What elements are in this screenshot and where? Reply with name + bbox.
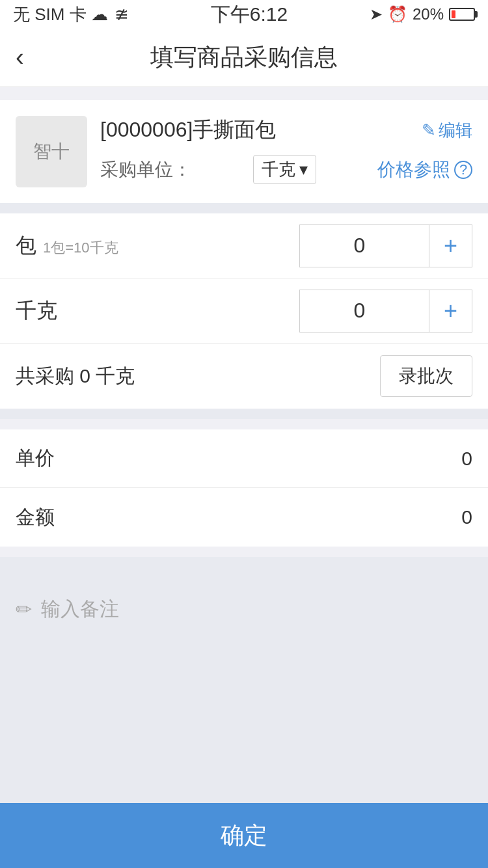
- quantity-section: 包 1包=10千克 + 千克 +: [0, 213, 488, 344]
- price-ref-label: 价格参照: [377, 157, 450, 182]
- kg-label: 千克: [16, 297, 57, 325]
- section-divider-1: [0, 203, 488, 213]
- status-time: 下午6:12: [211, 1, 288, 28]
- unit-price-label: 单价: [16, 445, 55, 472]
- wifi-icon: ≇: [115, 5, 129, 25]
- location-icon: ➤: [370, 5, 383, 23]
- unit-price-value: 0: [461, 448, 472, 470]
- bag-sublabel: 1包=10千克: [43, 238, 118, 258]
- bag-input-group: +: [299, 224, 472, 267]
- total-row: 共采购 0 千克 录批次: [0, 344, 488, 409]
- amount-label: 金额: [16, 504, 55, 531]
- bag-quantity-input[interactable]: [299, 224, 429, 267]
- remark-section[interactable]: ✏ 输入备注: [0, 557, 488, 661]
- bag-label: 包: [16, 232, 36, 260]
- dropdown-arrow-icon: ▾: [299, 159, 308, 180]
- alarm-icon: ⏰: [388, 5, 407, 23]
- confirm-button[interactable]: 确定: [0, 803, 488, 868]
- status-right: ➤ ⏰ 20%: [370, 5, 475, 23]
- no-sim-label: 无 SIM 卡 ☁: [13, 3, 108, 26]
- product-name: [0000006]手撕面包: [100, 116, 276, 144]
- unit-value: 千克: [262, 158, 295, 181]
- remark-placeholder: 输入备注: [41, 596, 119, 623]
- bag-plus-button[interactable]: +: [429, 224, 472, 267]
- unit-prefix-label: 采购单位：: [100, 157, 191, 182]
- back-button[interactable]: ‹: [16, 44, 24, 72]
- product-thumb-text: 智十: [33, 139, 70, 164]
- edit-button[interactable]: ✎ 编辑: [422, 119, 472, 142]
- nav-bar: ‹ 填写商品采购信息: [0, 29, 488, 87]
- section-divider-2: [0, 409, 488, 419]
- amount-value: 0: [461, 506, 472, 528]
- pencil-icon: ✏: [16, 598, 32, 621]
- total-label: 共采购 0 千克: [16, 363, 135, 390]
- page-title: 填写商品采购信息: [150, 42, 338, 74]
- unit-price-row: 单价 0: [0, 429, 488, 488]
- product-card: 智十 [0000006]手撕面包 ✎ 编辑 采购单位： 千克 ▾ 价格参照 ?: [0, 100, 488, 203]
- amount-row: 金额 0: [0, 488, 488, 547]
- info-icon: ?: [454, 161, 472, 179]
- kg-plus-button[interactable]: +: [429, 290, 472, 332]
- record-batch-button[interactable]: 录批次: [380, 355, 472, 397]
- kg-input-group: +: [299, 290, 472, 332]
- battery-icon: [449, 8, 475, 21]
- edit-icon: ✎: [422, 120, 436, 141]
- kg-input-row: 千克 +: [0, 278, 488, 344]
- kg-label-group: 千克: [16, 297, 57, 325]
- product-info: [0000006]手撕面包 ✎ 编辑 采购单位： 千克 ▾ 价格参照 ?: [100, 116, 472, 184]
- bag-input-row: 包 1包=10千克 +: [0, 213, 488, 278]
- unit-selector[interactable]: 千克 ▾: [253, 155, 316, 184]
- product-thumbnail: 智十: [16, 116, 87, 187]
- confirm-label: 确定: [221, 820, 267, 852]
- status-left: 无 SIM 卡 ☁ ≇: [13, 3, 129, 26]
- edit-label: 编辑: [439, 119, 472, 142]
- price-ref-button[interactable]: 价格参照 ?: [377, 157, 472, 182]
- kg-quantity-input[interactable]: [299, 290, 429, 332]
- status-bar: 无 SIM 卡 ☁ ≇ 下午6:12 ➤ ⏰ 20%: [0, 0, 488, 29]
- battery-percent: 20%: [413, 5, 444, 23]
- bag-label-group: 包 1包=10千克: [16, 232, 118, 260]
- price-info-section: 单价 0 金额 0: [0, 429, 488, 547]
